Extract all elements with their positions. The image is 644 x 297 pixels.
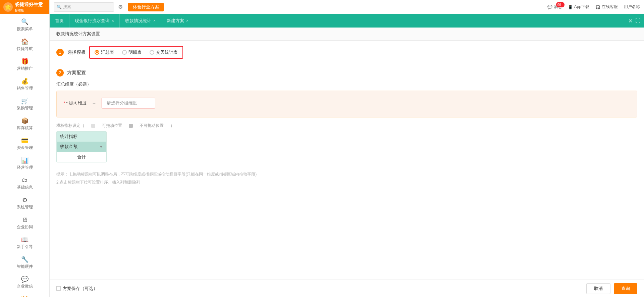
app-download-item[interactable]: 📱 App下载: [568, 4, 589, 10]
cancel-button[interactable]: 取消: [586, 283, 610, 294]
save-checkbox[interactable]: [56, 286, 61, 291]
radio-detail-circle: [122, 50, 127, 55]
enterprise-collab-icon: 🖥: [22, 217, 28, 223]
sidebar-item-operations[interactable]: 📊经营管理: [0, 154, 49, 174]
search-placeholder: 搜索: [63, 4, 71, 10]
tip-line-1: 提示： 1.拖动标题栏可以调整布局，不可跨维度或指标区域拖动栏目字段(只能在同一…: [56, 170, 637, 178]
logo-icon: 🌟: [3, 2, 13, 12]
tab-new-plan-close[interactable]: ×: [186, 19, 189, 23]
tab-bank-flow[interactable]: 现金银行流水查询 ×: [69, 14, 120, 28]
content: 收款情况统计方案设置 1 选择模板 汇总表: [50, 28, 644, 297]
breadcrumb-text: 收款情况统计方案设置: [56, 31, 100, 36]
sidebar-item-enterprise-collab[interactable]: 🖥企业协同: [0, 213, 49, 233]
tab-bank-flow-label: 现金银行流水查询: [75, 18, 110, 24]
sidebar-item-inventory[interactable]: 📦库存核算: [0, 114, 49, 134]
topbar-right: 💬 消息 99+ 📱 App下载 🎧 在线客服 用户名称: [547, 4, 640, 10]
column-dropdown-icon: ▼: [99, 145, 103, 149]
notification-badge: 99+: [556, 2, 565, 7]
radio-detail[interactable]: 明细表: [122, 49, 142, 55]
online-service-item[interactable]: 🎧 在线客服: [595, 4, 618, 10]
tab-close-all-icon[interactable]: ✕: [628, 18, 633, 24]
sidebar-item-new-guide[interactable]: 📖新手引导: [0, 233, 49, 253]
summary-dim-label: 汇总维度（必选）: [56, 81, 637, 87]
draggable-indicator: [91, 124, 95, 128]
system-label: 系统管理: [17, 204, 33, 210]
draggable-label: 可拖动位置: [102, 123, 122, 129]
tabs-right: ✕ ⛶: [625, 14, 644, 28]
step2-title: 方案配置: [67, 70, 86, 76]
tab-home[interactable]: 首页: [50, 14, 69, 28]
gear-icon[interactable]: ⚙: [118, 4, 123, 10]
app-download-label: App下载: [574, 4, 589, 10]
tips-section: 提示： 1.拖动标题栏可以调整布局，不可跨维度或指标区域拖动栏目字段(只能在同一…: [56, 170, 637, 186]
sidebar-item-search-menu[interactable]: 🔍搜索菜单: [0, 15, 49, 35]
marketing-label: 营销推广: [17, 66, 33, 71]
system-icon: ⚙: [22, 197, 28, 203]
sidebar-item-quick-nav[interactable]: 🏠快捷导航: [0, 35, 49, 55]
topbar-search[interactable]: 🔍 搜索: [54, 2, 114, 12]
online-service-label: 在线客服: [602, 4, 618, 10]
main-area: 🔍 搜索 ⚙ 体验行业方案 💬 消息 99+ 📱 App下载 🎧 在线客服 用户…: [50, 0, 644, 297]
metrics-desc: 模板指标设定（ 可拖动位置 不可拖动位置 ）: [56, 123, 637, 129]
operations-label: 经营管理: [17, 165, 33, 170]
radio-summary-label: 汇总表: [101, 49, 114, 55]
sidebar: 🌟 畅捷通好生意 标准版 🔍搜索菜单🏠快捷导航🎁营销推广💰销售管理🛒采购管理📦库…: [0, 0, 50, 297]
search-menu-label: 搜索菜单: [17, 26, 33, 32]
save-option[interactable]: 方案保存（可选）: [56, 286, 98, 292]
sidebar-nav: 🔍搜索菜单🏠快捷导航🎁营销推广💰销售管理🛒采购管理📦库存核算💳资金管理📊经营管理…: [0, 14, 49, 297]
funds-icon: 💳: [21, 138, 29, 144]
radio-summary[interactable]: 汇总表: [95, 49, 114, 55]
step1-num: 1: [56, 49, 64, 56]
breadcrumb: 收款情况统计方案设置: [50, 28, 644, 41]
enterprise-collab-label: 企业协同: [17, 224, 33, 230]
sidebar-item-enterprise-wechat[interactable]: 💬企业微信: [0, 273, 49, 293]
fixed-indicator: [129, 124, 133, 128]
metrics-label: 模板指标设定（: [56, 123, 85, 129]
page-content: 收款情况统计方案设置 1 选择模板 汇总表: [50, 28, 644, 297]
tab-collection-stats[interactable]: 收款情况统计 ×: [120, 14, 161, 28]
app-icon: 📱: [568, 5, 573, 9]
sidebar-item-purchase[interactable]: 🛒采购管理: [0, 95, 49, 114]
tab-new-plan[interactable]: 新建方案 ×: [161, 14, 194, 28]
stats-column-label: 收款金额: [60, 144, 77, 150]
tab-home-label: 首页: [55, 18, 64, 24]
dim-arrow: →: [92, 101, 96, 106]
inventory-label: 库存核算: [17, 125, 33, 131]
tab-collection-stats-close[interactable]: ×: [153, 19, 156, 23]
sidebar-logo-text: 畅捷通好生意 标准版: [15, 2, 43, 13]
radio-detail-label: 明细表: [128, 49, 142, 55]
stats-column-header[interactable]: 收款金额 ▼: [57, 142, 106, 152]
template-radio-group: 汇总表 明细表 交叉统计表: [95, 49, 178, 55]
enterprise-wechat-label: 企业微信: [17, 284, 33, 289]
sidebar-item-sales[interactable]: 💰销售管理: [0, 75, 49, 95]
radio-cross-circle: [150, 50, 154, 55]
radio-cross[interactable]: 交叉统计表: [150, 49, 178, 55]
query-button[interactable]: 查询: [614, 283, 637, 294]
sidebar-item-marketing[interactable]: 🎁营销推广: [0, 55, 49, 75]
user-item[interactable]: 用户名称: [624, 4, 640, 10]
search-icon: 🔍: [57, 5, 62, 9]
step2-header: 2 方案配置: [56, 69, 637, 77]
sidebar-item-smart-hardware[interactable]: 🔧智能硬件: [0, 253, 49, 273]
tip-text-2: 2.点击标题栏下拉可设置排序、插入列和删除列: [56, 178, 140, 186]
tab-collection-stats-label: 收款情况统计: [125, 18, 151, 24]
stats-row-label: 合计: [77, 154, 86, 159]
message-icon: 💬: [547, 5, 552, 9]
sidebar-item-funds[interactable]: 💳资金管理: [0, 134, 49, 154]
notification-item[interactable]: 💬 消息 99+: [547, 4, 562, 10]
footer-bar: 方案保存（可选） 取消 查询: [50, 280, 644, 297]
quick-nav-label: 快捷导航: [17, 46, 33, 52]
template-options-box: 汇总表 明细表 交叉统计表: [89, 46, 183, 59]
step1-section: 1 选择模板 汇总表 明细表: [50, 41, 644, 69]
step1-header: 1 选择模板 汇总表 明细表: [56, 46, 637, 59]
tab-expand-icon[interactable]: ⛶: [635, 18, 641, 24]
sidebar-item-member[interactable]: 👑畅会员: [0, 293, 49, 297]
sidebar-item-system[interactable]: ⚙系统管理: [0, 194, 49, 213]
sidebar-item-basic-info[interactable]: 🗂基础信息: [0, 174, 49, 194]
tabs-bar: 首页 现金银行流水查询 × 收款情况统计 × 新建方案 × ✕ ⛶: [50, 14, 644, 28]
fixed-label: 不可拖动位置: [140, 123, 164, 129]
dim-select-box[interactable]: 请选择分组维度: [102, 98, 155, 108]
stats-table: 统计指标 收款金额 ▼ 合计: [56, 131, 107, 162]
trial-button[interactable]: 体验行业方案: [128, 3, 164, 11]
tab-bank-flow-close[interactable]: ×: [112, 19, 114, 23]
